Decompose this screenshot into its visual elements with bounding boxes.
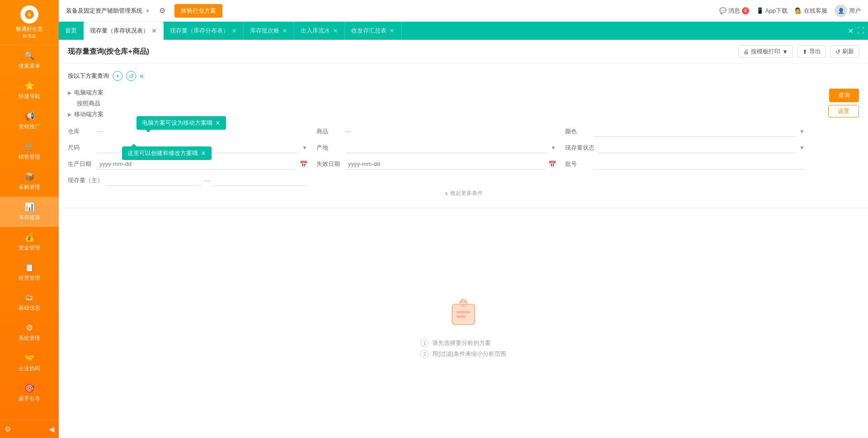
tab-expand-btn[interactable]: ⛶ [857,27,864,35]
filter-row-produce-date: 生产日期 📅 [68,159,307,170]
filter-warehouse-dots[interactable]: ··· [97,127,103,136]
svg-text:6: 6 [28,12,31,17]
set-btn[interactable]: 设置 [828,105,859,118]
tab-stock-batch-close[interactable]: ✕ [282,27,288,34]
tab-stock-dist-close[interactable]: ✕ [231,27,237,34]
system-icon: ⚙ [26,323,33,333]
tab-stock-inout[interactable]: 出入库流水 ✕ [294,22,345,40]
top-header: 装备及固定资产辅助管理系统 ▼ ⚙ 体验行业方案 💬 消息 8 📱 App下载 … [59,0,868,22]
system-title-dropdown[interactable]: ▼ [145,8,150,14]
industry-btn[interactable]: 体验行业方案 [175,4,222,18]
filter-goods-dots[interactable]: ··· [345,127,351,136]
export-label: 导出 [809,47,821,56]
svg-rect-2 [452,304,475,325]
filter-row-origin: 产地 ▼ [316,142,556,153]
tab-stock-inout-close[interactable]: ✕ [333,27,338,34]
base-icon: 🗂 [25,293,33,302]
scheme-tree: ▶ 电脑端方案 按照商品 ▶ 移动端方案 [68,87,859,120]
filter-expire-date-input[interactable] [345,159,545,170]
refresh-btn[interactable]: ↺ 刷新 [830,45,859,58]
filter-stock-qty-label: 现存量（主） [68,176,103,184]
online-service-btn[interactable]: 💁 在线客服 [795,7,827,15]
filter-stock-status-input[interactable] [598,142,796,153]
stock-status-dropdown-icon[interactable]: ▼ [799,145,805,151]
filter-batch-input[interactable] [594,159,805,170]
page-content: 现存量查询(按仓库+商品) 🖨 按模板打印 ▼ ⬆ 导出 ↺ 刷新 [59,40,868,438]
user-btn[interactable]: 👤 用户 [835,5,861,17]
tooltip1-close[interactable]: ✕ [215,119,221,127]
template-print-label: 按模板打印 [751,47,780,56]
template-print-btn[interactable]: 🖨 按模板打印 ▼ [738,45,793,58]
system-title-text: 装备及固定资产辅助管理系统 [66,7,142,15]
tooltip2-close[interactable]: ✕ [201,150,206,157]
filter-stock-qty-from[interactable] [107,175,202,186]
step1-num: 1 [420,339,429,347]
filter-refresh-btn[interactable]: ↺ [126,71,136,81]
header-settings-icon[interactable]: ⚙ [159,6,165,15]
tooltip2-text: 这里可以创建和修改方案哦 [127,149,198,157]
sidebar-item-label: 销售管理 [19,153,40,161]
color-dropdown-icon[interactable]: ▼ [799,128,805,135]
filter-add-btn[interactable]: + [113,71,123,81]
scheme-computer-label: 电脑端方案 [74,89,104,97]
filter-color-input[interactable] [594,126,796,137]
sidebar-logo: 6 畅通好生意 标准版 [0,0,59,45]
collapse-icon: ∧ [444,190,448,197]
empty-state: 1 请先选择要分析的方案 2 用[过滤]条件来缩小分析范围 [59,208,868,438]
origin-dropdown-icon[interactable]: ▼ [551,145,556,151]
empty-step-2: 2 用[过滤]条件来缩小分析范围 [420,350,506,358]
sidebar-item-quick-nav[interactable]: ⭐ 快捷导航 [0,75,59,106]
sidebar-item-search-menu[interactable]: 🔍 搜索菜单 [0,45,59,75]
query-btn[interactable]: 查询 [829,89,859,102]
search-menu-icon: 🔍 [24,51,34,61]
sidebar-item-label: 系统管理 [19,334,40,342]
sidebar-item-base[interactable]: 🗂 基础信息 [0,287,59,317]
export-btn[interactable]: ⬆ 导出 [797,45,826,58]
sidebar-item-label: 库存核算 [19,214,40,221]
scheme-sub-item[interactable]: 按照商品 [77,98,859,109]
tab-stock-dist[interactable]: 现存量（库存分布表） ✕ [164,22,244,40]
tab-stock-status-close[interactable]: ✕ [151,27,157,34]
messages-btn[interactable]: 💬 消息 8 [719,7,749,15]
size-dropdown-icon[interactable]: ▼ [302,145,307,151]
tab-close-all-btn[interactable]: ✕ [848,27,854,35]
sidebar-item-sales[interactable]: 🛒 销售管理 [0,136,59,166]
svg-point-5 [460,299,467,306]
sidebar-item-finance[interactable]: 💰 资金管理 [0,227,59,257]
tab-stock-status[interactable]: 现存量（库存状况表） ✕ [84,22,164,40]
tab-home[interactable]: 首页 [59,22,84,40]
filter-stock-qty-to[interactable] [213,175,308,186]
filter-row-color: 颜色 ▼ [565,126,805,137]
expire-date-calendar-icon[interactable]: 📅 [548,160,556,168]
scheme-computer-item[interactable]: ▶ 电脑端方案 [68,87,859,98]
print-icon: 🖨 [743,48,749,55]
filter-back-btn[interactable]: « [140,72,144,80]
sidebar-item-company[interactable]: 🤝 企业协同 [0,348,59,378]
filter-produce-date-input[interactable] [97,159,296,170]
stock-icon: 📊 [24,202,34,212]
filter-origin-input[interactable] [345,142,547,153]
user-label: 用户 [849,7,861,15]
sidebar-item-purchase[interactable]: 📦 采购管理 [0,166,59,197]
refresh-icon: ↺ [835,48,840,55]
app-download-btn[interactable]: 📱 App下载 [756,7,788,15]
produce-date-calendar-icon[interactable]: 📅 [300,160,307,168]
sidebar-item-operation[interactable]: 📋 经营管理 [0,257,59,287]
step2-text: 用[过滤]条件来缩小分析范围 [432,350,506,358]
sidebar-item-marketing[interactable]: 📢 营销推广 [0,106,59,136]
svg-point-7 [464,301,466,303]
guide-icon: 🎯 [24,383,34,393]
tab-stock-summary[interactable]: 收发存汇总表 ✕ [345,22,401,40]
collapse-bar[interactable]: ∧ 收起更多条件 [68,186,859,201]
tab-stock-batch[interactable]: 库存批次账 ✕ [244,22,294,40]
sidebar-item-system[interactable]: ⚙ 系统管理 [0,317,59,348]
sidebar-settings-btn[interactable]: ⚙ [5,425,11,433]
tab-stock-summary-close[interactable]: ✕ [389,27,395,34]
filter-title: 按以下方案查询 [68,72,109,80]
sidebar-collapse-btn[interactable]: ◀ [49,425,54,433]
empty-step-1: 1 请先选择要分析的方案 [420,339,506,347]
service-icon: 💁 [795,7,802,14]
empty-illustration [441,288,486,334]
sidebar-item-guide[interactable]: 🎯 新手引导 [0,378,59,408]
sidebar-item-stock[interactable]: 📊 库存核算 [0,197,59,227]
